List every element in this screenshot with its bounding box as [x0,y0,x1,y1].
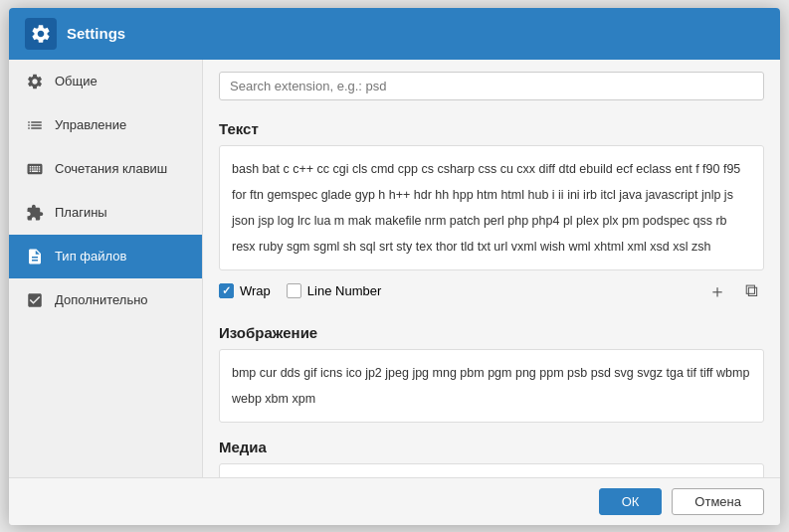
ok-button[interactable]: ОК [599,488,663,515]
extension-item[interactable]: podspec [643,214,693,228]
extension-item[interactable]: htm [477,188,500,202]
extension-item[interactable]: gemspec [267,188,320,202]
extension-item[interactable]: mak [348,214,375,228]
extension-item[interactable]: jp2 [365,366,385,380]
extension-item[interactable]: tld [461,240,478,254]
extension-item[interactable]: xhtml [594,240,627,254]
extension-item[interactable]: wbmp [716,366,749,380]
extension-item[interactable]: cxx [516,162,538,176]
extension-item[interactable]: sgml [313,240,343,254]
extension-item[interactable]: psd [591,366,615,380]
extension-item[interactable]: ini [567,188,583,202]
extension-item[interactable]: pgm [488,366,515,380]
extension-item[interactable]: pm [622,214,643,228]
sidebar-item-general[interactable]: Общие [9,60,202,103]
sidebar-item-filetypes[interactable]: Тип файлов [9,235,202,278]
extension-item[interactable]: sh [343,240,360,254]
extension-item[interactable]: gyp [355,188,379,202]
extension-item[interactable]: ebuild [579,162,616,176]
extension-item[interactable]: pbm [460,366,488,380]
extension-item[interactable]: f90 [702,162,723,176]
extension-item[interactable]: jpg [412,366,432,380]
extension-item[interactable]: wish [540,240,568,254]
extension-item[interactable]: f95 [723,162,740,176]
extension-item[interactable]: h++ [389,188,414,202]
extension-item[interactable]: makefile [375,214,425,228]
extension-item[interactable]: xml [627,240,650,254]
extension-item[interactable]: dtd [559,162,580,176]
sidebar-item-plugins[interactable]: Плагины [9,191,202,235]
extension-item[interactable]: for [232,188,250,202]
extension-item[interactable]: bash [232,162,263,176]
extension-item[interactable]: php [507,214,531,228]
extension-item[interactable]: sgm [287,240,313,254]
content-scroll[interactable]: Текст bash bat c c++ cc cgi cls cmd cpp … [203,108,780,477]
extension-item[interactable]: gif [303,366,320,380]
wrap-option[interactable]: Wrap [219,283,271,298]
extension-item[interactable]: perl [484,214,507,228]
extension-item[interactable]: sql [360,240,379,254]
extension-item[interactable]: rb [715,214,726,228]
extension-item[interactable]: png [515,366,539,380]
extension-item[interactable]: xbm [265,392,292,406]
extension-item[interactable]: jnlp [701,188,724,202]
extension-item[interactable]: dds [281,366,304,380]
extension-item[interactable]: bmp [232,366,260,380]
extension-item[interactable]: ftn [250,188,267,202]
extension-item[interactable]: diff [539,162,559,176]
extension-item[interactable]: zsh [691,240,710,254]
extension-item[interactable]: thor [436,240,461,254]
extension-item[interactable]: tiff [700,366,716,380]
extension-item[interactable]: txt [478,240,494,254]
extension-item[interactable]: xsd [650,240,673,254]
extension-item[interactable]: psb [567,366,591,380]
extension-item[interactable]: cc [317,162,333,176]
extension-item[interactable]: vxml [511,240,540,254]
extension-item[interactable]: cs [421,162,437,176]
extension-item[interactable]: xsl [673,240,691,254]
line-number-checkbox[interactable] [287,283,301,298]
extension-item[interactable]: hh [435,188,452,202]
sidebar-item-management[interactable]: Управление [9,103,202,147]
extension-item[interactable]: plx [602,214,621,228]
extension-item[interactable]: icns [320,366,346,380]
extension-item[interactable]: lua [314,214,334,228]
extension-item[interactable]: h [378,188,388,202]
extension-item[interactable]: plex [576,214,602,228]
sidebar-item-advanced[interactable]: Дополнительно [9,278,202,322]
extension-item[interactable]: m [334,214,348,228]
extension-item[interactable]: mng [433,366,461,380]
extension-item[interactable]: ent [675,162,695,176]
extension-item[interactable]: log [278,214,297,228]
extension-item[interactable]: cls [352,162,371,176]
extension-item[interactable]: java [619,188,645,202]
extension-item[interactable]: resx [232,240,259,254]
extension-item[interactable]: js [724,188,733,202]
extension-item[interactable]: nrm [425,214,450,228]
add-extension-button[interactable]: ＋ [704,278,730,304]
extension-item[interactable]: c++ [293,162,316,176]
extension-item[interactable]: wml [568,240,594,254]
extension-item[interactable]: sty [396,240,415,254]
extension-item[interactable]: cu [500,162,517,176]
extension-item[interactable]: tga [666,366,687,380]
extension-item[interactable]: jsp [258,214,277,228]
extension-item[interactable]: php4 [532,214,563,228]
extension-item[interactable]: srt [379,240,396,254]
extension-item[interactable]: ecf [616,162,636,176]
extension-item[interactable]: hdr [414,188,436,202]
extension-item[interactable]: css [478,162,499,176]
extension-item[interactable]: jpeg [385,366,412,380]
extension-item[interactable]: webp [232,392,265,406]
extension-item[interactable]: tif [687,366,699,380]
extension-item[interactable]: itcl [600,188,619,202]
extension-item[interactable]: lrc [297,214,314,228]
extension-item[interactable]: json [232,214,258,228]
extension-item[interactable]: ppm [539,366,567,380]
extension-item[interactable]: c [283,162,293,176]
extension-item[interactable]: hub [528,188,552,202]
extension-item[interactable]: cur [260,366,281,380]
extension-item[interactable]: csharp [437,162,478,176]
line-number-option[interactable]: Line Number [287,283,381,298]
extension-item[interactable]: hpp [453,188,477,202]
